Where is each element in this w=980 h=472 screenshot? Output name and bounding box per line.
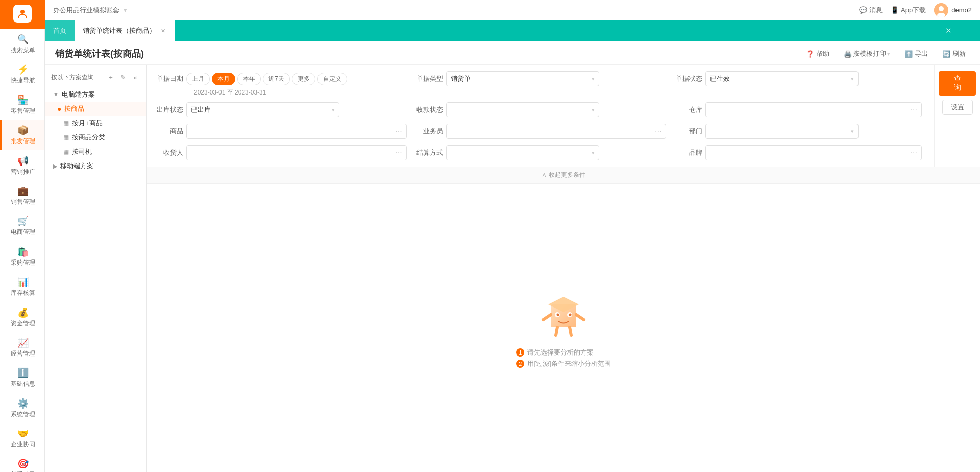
tree-category-mobile[interactable]: ▶ 移动端方案	[45, 159, 146, 173]
close-window-button[interactable]: ✕	[941, 23, 955, 38]
stock-select[interactable]: 已出库 ▾	[186, 102, 339, 117]
sidebar-item-retail[interactable]: 🏪 零售管理	[0, 89, 44, 120]
pay-filter: 收款状态 ▾	[415, 102, 675, 117]
sidebar-item-basicinfo[interactable]: ℹ️ 基础信息	[0, 362, 44, 392]
stock-filter: 出库状态 已出库 ▾	[155, 102, 415, 117]
print-icon: 🖨️	[844, 50, 852, 58]
tab-home[interactable]: 首页	[45, 20, 75, 41]
dept-filter: 部门 ▾	[674, 124, 934, 139]
sidebar-item-finance[interactable]: 💰 资金管理	[0, 302, 44, 332]
doc-type-select[interactable]: 销货单 ▾	[446, 71, 599, 86]
svg-line-13	[570, 327, 571, 335]
dept-select[interactable]: ▾	[705, 124, 859, 139]
message-button[interactable]: 💬 消息	[859, 6, 883, 15]
sidebar-item-ecom-label: 电商管理	[11, 228, 35, 235]
sidebar-item-marketing-label: 营销推广	[11, 168, 35, 175]
date-btn-this-year[interactable]: 本年	[237, 73, 261, 85]
tabbar: 首页 销货单统计表（按商品） ✕ ✕ ⛶	[45, 20, 980, 41]
filter-action-buttons: 查询 设置	[934, 65, 980, 167]
sidebar-item-sales[interactable]: 💼 销售管理	[0, 180, 44, 210]
tabbar-end: ✕ ⛶	[941, 23, 980, 38]
help-button[interactable]: ❓ 帮助	[802, 47, 834, 60]
svg-point-7	[557, 313, 559, 316]
date-btn-this-month[interactable]: 本月	[212, 73, 235, 85]
sidebar-item-wholesale[interactable]: 📦 批发管理	[0, 120, 44, 150]
date-btn-more[interactable]: 更多	[292, 73, 315, 85]
refresh-button[interactable]: 🔄 刷新	[938, 47, 970, 60]
tree-item-by-month-goods[interactable]: ▦ 按月+商品	[45, 116, 146, 130]
date-label: 单据日期	[155, 74, 183, 83]
print-button[interactable]: 🖨️ 按模板打印 ▾	[840, 47, 894, 60]
collab-icon: 🤝	[17, 428, 29, 439]
sidebar-item-system[interactable]: ⚙️ 系统管理	[0, 393, 44, 423]
user-area[interactable]: demo2	[934, 3, 972, 17]
salesperson-label: 业务员	[415, 127, 443, 136]
collapse-panel-button[interactable]: «	[130, 72, 140, 82]
sidebar-item-basicinfo-label: 基础信息	[11, 380, 35, 387]
doc-status-select[interactable]: 已生效 ▾	[705, 71, 859, 86]
query-button[interactable]: 查询	[939, 71, 976, 96]
tip-num-1: 1	[516, 348, 524, 357]
sidebar-item-inventory[interactable]: 📊 库存核算	[0, 271, 44, 301]
warehouse-more-icon: ···	[911, 105, 917, 114]
tab-statistics[interactable]: 销货单统计表（按商品） ✕	[75, 20, 175, 41]
sidebar-item-operation[interactable]: 📈 经营管理	[0, 332, 44, 362]
sidebar-item-finance-label: 资金管理	[11, 320, 35, 327]
salesperson-input[interactable]: ···	[446, 124, 667, 139]
filter-row-3: 商品 ··· 业务员	[147, 121, 934, 142]
brand-input[interactable]: ···	[705, 145, 922, 160]
date-range-display: 2023-03-01 至 2023-03-31	[147, 86, 934, 99]
sidebar-item-marketing[interactable]: 📢 营销推广	[0, 150, 44, 180]
app-download-button[interactable]: 📱 App下载	[891, 6, 926, 15]
doc-status-filter: 单据状态 已生效 ▾	[674, 71, 934, 86]
tree-category-pc[interactable]: ▼ 电脑端方案	[45, 87, 146, 102]
goods-input[interactable]: ···	[186, 124, 407, 139]
warehouse-input[interactable]: ···	[705, 102, 922, 117]
export-button[interactable]: ⬆️ 导出	[900, 47, 932, 60]
collapse-bar[interactable]: ∧ 收起更多条件	[147, 167, 980, 184]
refresh-icon: 🔄	[942, 50, 950, 58]
tree-item-label: 按月+商品	[72, 119, 103, 128]
date-btn-7days[interactable]: 近7天	[263, 73, 290, 85]
filter-wrapper: 单据日期 上月 本月 本年 近7天 更多 自定义	[147, 65, 980, 167]
empty-tips: 1 请先选择要分析的方案 2 用[过滤]条件来缩小分析范围	[516, 346, 610, 370]
recipient-input[interactable]: ···	[186, 145, 407, 160]
pay-label: 收款状态	[415, 105, 443, 114]
sidebar-item-search[interactable]: 🔍 搜索菜单	[0, 29, 44, 59]
finance-icon: 💰	[17, 307, 29, 318]
date-btn-last-month[interactable]: 上月	[186, 73, 210, 85]
tree-item-by-driver[interactable]: ▦ 按司机	[45, 145, 146, 159]
app-logo	[0, 0, 45, 29]
filter-row-1: 单据日期 上月 本月 本年 近7天 更多 自定义	[147, 65, 934, 86]
sidebar-item-collab[interactable]: 🤝 企业协同	[0, 423, 44, 453]
sidebar-item-ecom[interactable]: 🛒 电商管理	[0, 210, 44, 241]
pay-select[interactable]: ▾	[446, 102, 599, 117]
edit-scheme-button[interactable]: ✎	[118, 72, 128, 82]
date-btn-custom[interactable]: 自定义	[317, 73, 347, 85]
salesperson-filter: 业务员 ···	[415, 124, 675, 139]
tab-close-icon[interactable]: ✕	[159, 27, 167, 35]
tree-item-by-category[interactable]: ▦ 按商品分类	[45, 130, 146, 145]
brand-filter: 品牌 ···	[674, 145, 934, 160]
sidebar-item-purchase-label: 采购管理	[11, 259, 35, 266]
settings-button[interactable]: 设置	[942, 100, 973, 115]
maximize-button[interactable]: ⛶	[960, 23, 974, 38]
goods-label: 商品	[155, 127, 183, 136]
sidebar-item-quicknav[interactable]: ⚡ 快捷导航	[0, 59, 44, 89]
sidebar-item-wholesale-label: 批发管理	[11, 137, 35, 145]
add-scheme-button[interactable]: +	[106, 72, 116, 82]
print-label: 按模板打印	[853, 49, 886, 58]
page-actions: ❓ 帮助 🖨️ 按模板打印 ▾ ⬆️ 导出 🔄 刷新	[802, 47, 970, 60]
settle-select[interactable]: ▾	[446, 145, 599, 160]
svg-point-8	[569, 313, 572, 316]
stock-arrow-icon: ▾	[332, 107, 335, 113]
help-icon: ❓	[806, 50, 814, 58]
settle-arrow-icon: ▾	[592, 150, 595, 156]
sidebar-item-purchase[interactable]: 🛍️ 采购管理	[0, 241, 44, 271]
search-icon: 🔍	[17, 34, 29, 45]
topbar: 办公用品行业模拟账套 ▾ 💬 消息 📱 App下载 de	[45, 0, 980, 20]
help-label: 帮助	[816, 49, 829, 58]
tree-item-by-goods[interactable]: ● 按商品	[45, 102, 146, 116]
sidebar-item-guide[interactable]: 🎯 新手引导	[0, 453, 44, 472]
settle-filter: 结算方式 ▾	[415, 145, 675, 160]
